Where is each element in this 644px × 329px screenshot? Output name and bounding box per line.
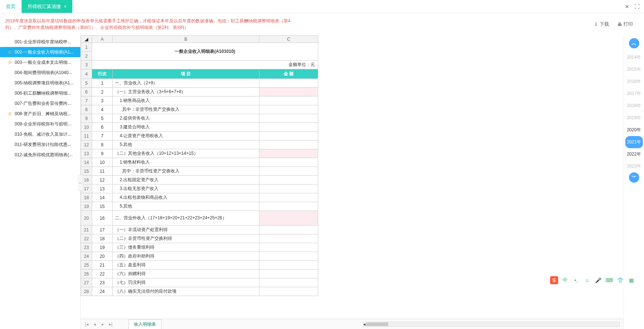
row-number-cell[interactable]: 23 bbox=[92, 278, 113, 287]
item-cell[interactable]: 5.其他 bbox=[113, 140, 259, 149]
sheet-nav-last[interactable]: ▸| bbox=[108, 322, 114, 327]
row-header[interactable]: 8 bbox=[81, 105, 92, 114]
row-number-cell[interactable]: 2 bbox=[92, 88, 113, 96]
row-header[interactable]: 13 bbox=[81, 149, 92, 158]
year-option[interactable]: 2016年 bbox=[625, 76, 643, 88]
row-header[interactable]: 4 bbox=[81, 69, 92, 79]
item-cell[interactable]: （一）非流动资产处置利得 bbox=[113, 226, 259, 234]
amount-cell[interactable] bbox=[259, 167, 318, 176]
ime-sogou-icon[interactable]: S bbox=[550, 276, 558, 284]
item-cell[interactable]: （一）主营业务收入（3+5+6+7+8） bbox=[113, 88, 259, 96]
amount-cell[interactable] bbox=[259, 114, 318, 123]
close-window-icon[interactable]: ✕ bbox=[625, 4, 629, 10]
row-header[interactable]: 12 bbox=[81, 140, 92, 149]
row-header[interactable]: 1 bbox=[81, 43, 92, 52]
row-header[interactable]: 5 bbox=[81, 79, 92, 88]
amount-cell[interactable] bbox=[259, 243, 318, 252]
row-header[interactable]: 7 bbox=[81, 96, 92, 105]
item-cell[interactable]: 二、营业外收入（17+18+19+20+21+22+23+24+25+26） bbox=[113, 211, 259, 226]
row-number-cell[interactable]: 13 bbox=[92, 184, 113, 193]
corner-cell[interactable]: ◢ bbox=[81, 36, 92, 43]
item-cell[interactable]: 4.出租包装物和商品收入 bbox=[113, 193, 259, 202]
amount-cell[interactable] bbox=[259, 252, 318, 261]
sidebar-item[interactable]: 007-广告费和业务宣传费跨... bbox=[0, 98, 80, 109]
row-header[interactable]: 19 bbox=[81, 202, 92, 211]
row-number-cell[interactable]: 6 bbox=[92, 123, 113, 132]
item-cell[interactable]: 一、营业收入（2+9） bbox=[113, 79, 259, 88]
row-header[interactable]: 28 bbox=[81, 287, 92, 296]
item-cell[interactable]: （五）盘盈利得 bbox=[113, 261, 259, 270]
year-option[interactable]: 2018年 bbox=[625, 100, 643, 112]
tab-home[interactable]: 首页 bbox=[0, 0, 22, 13]
row-header[interactable]: 25 bbox=[81, 261, 92, 270]
sidebar-item[interactable]: 001-企业所得税年度纳税申... bbox=[0, 37, 80, 47]
amount-cell[interactable] bbox=[259, 226, 318, 234]
sidebar-item[interactable]: 006-职工薪酬纳税调整明细... bbox=[0, 88, 80, 98]
ime-keyboard-icon[interactable]: ⌨ bbox=[605, 276, 613, 284]
print-button[interactable]: 🖶 打印 bbox=[617, 21, 633, 28]
year-option[interactable]: 2014年 bbox=[625, 51, 643, 63]
amount-cell[interactable] bbox=[259, 140, 318, 149]
amount-cell[interactable] bbox=[259, 211, 318, 226]
amount-cell[interactable] bbox=[259, 202, 318, 211]
amount-cell[interactable] bbox=[259, 88, 318, 96]
amount-cell[interactable] bbox=[259, 158, 318, 167]
ime-cn-icon[interactable]: 中 bbox=[561, 276, 569, 284]
row-header[interactable]: 10 bbox=[81, 123, 92, 132]
year-option[interactable]: 2022年 bbox=[625, 148, 643, 160]
ime-punct-icon[interactable]: •, bbox=[572, 276, 580, 284]
item-cell[interactable]: （二）非货币性资产交换利得 bbox=[113, 234, 259, 243]
horizontal-scrollbar[interactable]: ◂ bbox=[363, 322, 620, 327]
amount-cell[interactable] bbox=[259, 234, 318, 243]
amount-cell[interactable] bbox=[259, 105, 318, 114]
item-cell[interactable]: （八）确实无法偿付的应付款项 bbox=[113, 287, 259, 296]
row-header[interactable]: 15 bbox=[81, 167, 92, 176]
item-cell[interactable]: （六）捐赠利得 bbox=[113, 270, 259, 278]
row-number-cell[interactable]: 17 bbox=[92, 226, 113, 234]
tab-active[interactable]: 所得税汇算清缴× bbox=[22, 0, 73, 13]
item-cell[interactable]: 3.建造合同收入 bbox=[113, 123, 259, 132]
sheet-nav-prev[interactable]: ◂ bbox=[92, 322, 98, 327]
amount-cell[interactable] bbox=[259, 96, 318, 105]
row-number-cell[interactable]: 3 bbox=[92, 96, 113, 105]
sidebar-item[interactable]: 004-期间费用明细表(A1040... bbox=[0, 67, 80, 78]
row-header[interactable]: 14 bbox=[81, 158, 92, 167]
amount-cell[interactable] bbox=[259, 176, 318, 184]
amount-cell[interactable] bbox=[259, 270, 318, 278]
row-header[interactable]: 3 bbox=[81, 61, 92, 69]
amount-cell[interactable] bbox=[259, 184, 318, 193]
ime-emoji-icon[interactable]: ☺ bbox=[583, 276, 591, 284]
download-button[interactable]: ⇩ 下载 bbox=[594, 21, 609, 28]
sidebar-item[interactable]: 005-纳税调整项目明细表(A1... bbox=[0, 78, 80, 88]
sidebar-item[interactable]: ⊘008-资产折旧、摊销及纳税... bbox=[0, 109, 80, 119]
amount-cell[interactable] bbox=[259, 149, 318, 158]
close-icon[interactable]: × bbox=[64, 4, 66, 9]
row-number-cell[interactable]: 16 bbox=[92, 211, 113, 226]
sidebar-item[interactable]: 009-企业所得税弥补亏损明... bbox=[0, 119, 80, 129]
row-header[interactable]: 20 bbox=[81, 211, 92, 226]
row-number-cell[interactable]: 7 bbox=[92, 132, 113, 140]
spreadsheet[interactable]: ◢ A B C 1一般企业收入明细表(A101010)23金额单位：元4行次项 … bbox=[81, 35, 318, 296]
year-option[interactable]: 2017年 bbox=[625, 88, 643, 100]
col-header[interactable]: B bbox=[113, 36, 259, 43]
sidebar-item[interactable]: 012-减免所得税优惠明细表(... bbox=[0, 150, 80, 160]
row-number-cell[interactable]: 15 bbox=[92, 202, 113, 211]
col-header[interactable]: C bbox=[259, 36, 318, 43]
year-option[interactable]: 2020年 bbox=[625, 124, 643, 136]
item-cell[interactable]: 其中：非货币性资产交换收入 bbox=[113, 105, 259, 114]
sheet-nav-next[interactable]: ▸ bbox=[100, 322, 106, 327]
item-cell[interactable]: （四）政府补助利得 bbox=[113, 252, 259, 261]
row-number-cell[interactable]: 5 bbox=[92, 114, 113, 123]
item-cell[interactable]: （三）债务重组利得 bbox=[113, 243, 259, 252]
year-option[interactable]: 2015年 bbox=[625, 63, 643, 76]
year-scroll-down[interactable]: ︾ bbox=[629, 172, 639, 183]
amount-cell[interactable] bbox=[259, 123, 318, 132]
fullscreen-icon[interactable]: ⛶ bbox=[634, 4, 640, 10]
row-header[interactable]: 6 bbox=[81, 88, 92, 96]
item-cell[interactable]: 5.其他 bbox=[113, 202, 259, 211]
row-number-cell[interactable]: 10 bbox=[92, 158, 113, 167]
year-option[interactable]: 2019年 bbox=[625, 112, 643, 124]
row-number-cell[interactable]: 19 bbox=[92, 243, 113, 252]
row-header[interactable]: 11 bbox=[81, 132, 92, 140]
amount-cell[interactable] bbox=[259, 132, 318, 140]
